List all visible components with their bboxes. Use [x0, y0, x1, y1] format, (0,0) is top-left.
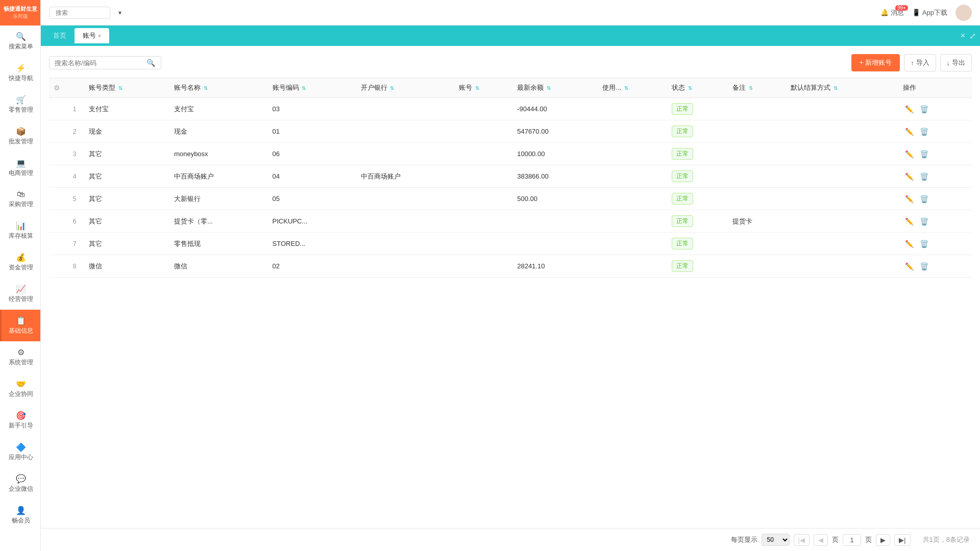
edit-button[interactable]: ✏️	[903, 194, 916, 204]
page-next-button[interactable]: ▶	[876, 534, 890, 546]
sidebar-item-member[interactable]: 👤 畅会员	[0, 499, 40, 531]
row-action: ✏️ 🗑️	[899, 233, 972, 255]
table-row: 1 支付宝 支付宝 03 -90444.00 正常 ✏️ 🗑️	[49, 98, 972, 120]
header-dropdown[interactable]: ▾	[118, 9, 121, 16]
edit-button[interactable]: ✏️	[903, 149, 916, 159]
col-account[interactable]: 账号 ⇅	[455, 78, 513, 98]
col-balance[interactable]: 最新余额 ⇅	[513, 78, 598, 98]
tab-controls: × ⤢	[961, 31, 976, 41]
row-index: 4	[64, 165, 85, 188]
page-text-label: 页	[832, 535, 839, 544]
row-remark	[728, 165, 787, 188]
sidebar-item-purchase[interactable]: 🛍 采购管理	[0, 184, 40, 215]
tab-restore-icon[interactable]: ×	[961, 31, 965, 41]
logo-main: 畅捷通财生意	[4, 6, 37, 12]
sidebar-item-label: 批发管理	[4, 137, 38, 146]
edit-button[interactable]: ✏️	[903, 239, 916, 249]
row-name: 微信	[170, 255, 268, 278]
table-row: 8 微信 微信 02 28241.10 正常 ✏️ 🗑️	[49, 255, 972, 278]
row-name: moneybosx	[170, 143, 268, 165]
sidebar-item-wechat[interactable]: 💬 企业微信	[0, 468, 40, 499]
col-bank[interactable]: 开户银行 ⇅	[357, 78, 455, 98]
delete-button[interactable]: 🗑️	[918, 104, 930, 114]
col-settlement[interactable]: 默认结算方式 ⇅	[787, 78, 899, 98]
row-status: 正常	[668, 255, 728, 278]
delete-button[interactable]: 🗑️	[918, 216, 930, 227]
sidebar-item-search[interactable]: 🔍 搜索菜单	[0, 26, 40, 57]
sidebar-item-inventory[interactable]: 📊 库存核算	[0, 215, 40, 246]
row-index: 1	[64, 98, 85, 120]
per-page-select[interactable]: 50 20 100	[762, 534, 790, 546]
row-settlement	[787, 98, 899, 120]
edit-button[interactable]: ✏️	[903, 171, 916, 182]
sidebar-item-agreement[interactable]: 🤝 企业协同	[0, 373, 40, 405]
col-usage[interactable]: 使用... ⇅	[598, 78, 668, 98]
col-status[interactable]: 状态 ⇅	[668, 78, 728, 98]
col-code[interactable]: 账号编码 ⇅	[268, 78, 357, 98]
page-first-button[interactable]: |◀	[794, 534, 810, 546]
sidebar-item-quick[interactable]: ⚡ 快捷导航	[0, 57, 40, 89]
row-settlement	[787, 233, 899, 255]
delete-button[interactable]: 🗑️	[918, 194, 930, 204]
row-usage	[598, 233, 668, 255]
col-name[interactable]: 账号名称 ⇅	[170, 78, 268, 98]
table-settings-icon[interactable]: ⚙	[54, 84, 60, 92]
export-button[interactable]: ↓ 导出	[940, 54, 972, 71]
header-search-input[interactable]	[49, 7, 110, 19]
tab-close-icon[interactable]: ×	[98, 33, 101, 39]
sidebar-item-finance[interactable]: 💰 资金管理	[0, 246, 40, 278]
sidebar-item-retail[interactable]: 🛒 零售管理	[0, 89, 40, 120]
add-account-button[interactable]: + 新增账号	[851, 54, 900, 71]
page-text-label2: 页	[865, 535, 872, 544]
edit-button[interactable]: ✏️	[903, 216, 916, 227]
search-input[interactable]	[55, 59, 146, 67]
page-prev-button[interactable]: ◀	[814, 534, 828, 546]
row-balance: 500.00	[513, 188, 598, 210]
delete-button[interactable]: 🗑️	[918, 127, 930, 137]
avatar[interactable]	[955, 5, 972, 21]
row-name: 零售抵现	[170, 233, 268, 255]
row-remark	[728, 255, 787, 278]
row-status: 正常	[668, 165, 728, 188]
message-button[interactable]: 🔔 消息 99+	[880, 8, 904, 17]
sidebar-item-system[interactable]: ⚙ 系统管理	[0, 341, 40, 373]
phone-icon: 📱	[912, 9, 920, 16]
tab-maximize-icon[interactable]: ⤢	[969, 31, 976, 41]
delete-button[interactable]: 🗑️	[918, 261, 930, 271]
sidebar-item-operations[interactable]: 📈 经营管理	[0, 278, 40, 310]
sidebar-item-label: 资金管理	[4, 263, 38, 272]
sidebar-item-label: 搜索菜单	[4, 42, 38, 51]
delete-button[interactable]: 🗑️	[918, 239, 930, 249]
delete-button[interactable]: 🗑️	[918, 149, 930, 159]
row-code: 03	[268, 98, 357, 120]
sidebar-item-basic[interactable]: 📋 基础信息	[0, 310, 40, 341]
sidebar-item-wholesale[interactable]: 📦 批发管理	[0, 120, 40, 152]
row-bank	[357, 143, 455, 165]
search-box[interactable]: 🔍	[49, 56, 161, 69]
sort-code-icon: ⇅	[302, 85, 306, 91]
row-status: 正常	[668, 233, 728, 255]
basic-icon: 📋	[4, 316, 38, 325]
col-remark[interactable]: 备注 ⇅	[728, 78, 787, 98]
page-last-button[interactable]: ▶|	[894, 534, 910, 546]
status-badge: 正常	[672, 148, 693, 160]
row-type: 其它	[85, 143, 170, 165]
guide-icon: 🎯	[4, 411, 38, 420]
sidebar-item-guide[interactable]: 🎯 新手引导	[0, 405, 40, 436]
col-type[interactable]: 账号类型 ⇅	[85, 78, 170, 98]
edit-button[interactable]: ✏️	[903, 261, 916, 271]
tab-home[interactable]: 首页	[45, 28, 75, 43]
row-type: 现金	[85, 120, 170, 143]
app-download-button[interactable]: 📱 App下载	[912, 8, 947, 17]
row-remark	[728, 188, 787, 210]
edit-button[interactable]: ✏️	[903, 127, 916, 137]
sidebar-item-appstore[interactable]: 🔷 应用中心	[0, 436, 40, 468]
tab-account[interactable]: 账号 ×	[75, 28, 109, 43]
table-row: 5 其它 大新银行 05 500.00 正常 ✏️ 🗑️	[49, 188, 972, 210]
import-button[interactable]: ↑ 导入	[904, 54, 936, 71]
row-settlement	[787, 210, 899, 233]
edit-button[interactable]: ✏️	[903, 104, 916, 114]
header-right: 🔔 消息 99+ 📱 App下载	[880, 5, 972, 21]
sidebar-item-ecommerce[interactable]: 💻 电商管理	[0, 152, 40, 184]
delete-button[interactable]: 🗑️	[918, 171, 930, 182]
